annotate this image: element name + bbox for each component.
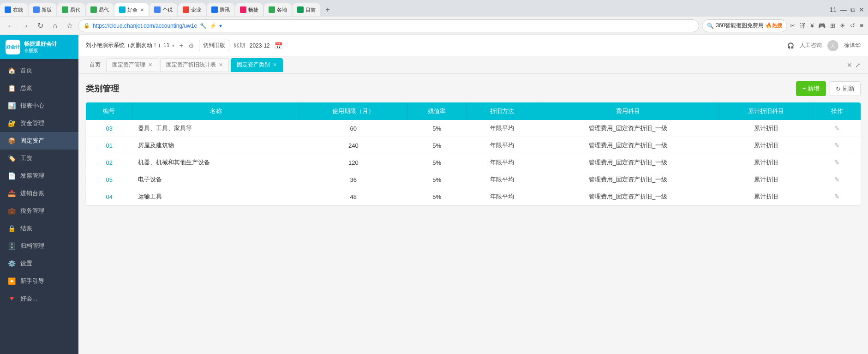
browser-tab-8[interactable]: 腾讯 <box>207 3 234 16</box>
sidebar-item-inventory[interactable]: 📥 进销台账 <box>0 185 78 202</box>
avatar: 人 <box>827 40 838 51</box>
browser-tab-11[interactable]: 目前 <box>293 3 320 16</box>
sidebar-item-reports[interactable]: 📊 报表中心 <box>0 97 78 114</box>
cell-code: 03 <box>86 120 132 137</box>
sidebar-label-ledger: 总账 <box>20 84 32 92</box>
edit-button[interactable]: ✎ <box>834 176 840 183</box>
sidebar-item-tax[interactable]: 💼 税务管理 <box>0 202 78 220</box>
sidebar-label-more: 好会... <box>20 294 37 303</box>
browser-tab-2[interactable]: 新版 <box>29 3 56 16</box>
sidebar-item-guide[interactable]: ▶️ 新手引导 <box>0 272 78 290</box>
cell-accumulated: 累计折旧 <box>718 154 814 171</box>
sidebar-item-invoice[interactable]: 📄 发票管理 <box>0 167 78 185</box>
browser-tab-9[interactable]: 畅捷 <box>235 3 263 16</box>
browser-toolbar: ← → ↻ ⌂ ☆ 🔒 https://cloud.chanjet.com/ac… <box>0 17 868 35</box>
currency-icon[interactable]: ¥ <box>810 22 814 29</box>
plus-icon[interactable]: + <box>179 42 183 50</box>
sidebar-label-archive: 归档管理 <box>20 242 44 250</box>
cell-expense: 管理费用_固定资产折旧_一级 <box>538 137 718 154</box>
sidebar-item-home[interactable]: 🏠 首页 <box>0 62 78 79</box>
tab-fixed-assets-management[interactable]: 固定资产管理 ✕ <box>106 58 158 72</box>
hot-tag: 🔥热搜 <box>766 22 782 29</box>
address-chevron-icon[interactable]: ▾ <box>219 23 222 29</box>
archive-icon: 🗄️ <box>7 242 16 250</box>
browser-tab-4[interactable]: 易代 <box>86 3 114 16</box>
address-bar[interactable]: 🔒 https://cloud.chanjet.com/accounting/u… <box>78 19 699 32</box>
tab-close-asset-category[interactable]: ✕ <box>273 62 277 68</box>
search-bar[interactable]: 🔍 360智能抠图免费用 🔥热搜 <box>702 19 787 32</box>
tab-close-fixed-assets[interactable]: ✕ <box>148 62 152 68</box>
switch-version-button[interactable]: 切到旧版 <box>199 40 229 51</box>
new-tab-button[interactable]: + <box>321 3 334 16</box>
sidebar-item-archive[interactable]: 🗄️ 归档管理 <box>0 237 78 255</box>
address-dropdown-icon[interactable]: 🔧 <box>200 23 207 29</box>
edit-button[interactable]: ✎ <box>834 193 840 200</box>
sidebar-label-tax: 税务管理 <box>20 207 44 215</box>
bookmark-button[interactable]: ☆ <box>64 20 76 32</box>
more-icon: 🔻 <box>7 295 16 302</box>
calendar-icon[interactable]: 📅 <box>275 42 282 49</box>
refresh-button[interactable]: ↻ 刷新 <box>830 81 861 96</box>
address-bolt-icon[interactable]: ⚡ <box>210 23 216 29</box>
add-button[interactable]: + 新增 <box>796 81 826 96</box>
home-button[interactable]: ⌂ <box>49 20 61 32</box>
cell-expense: 管理费用_固定资产折旧_一级 <box>538 171 718 188</box>
browser-tab-6[interactable]: 个税 <box>150 3 177 16</box>
funds-icon: 🔐 <box>7 120 16 127</box>
browser-tab-10[interactable]: 各地 <box>264 3 292 16</box>
tab-depreciation-stats[interactable]: 固定资产折旧统计表 ✕ <box>160 58 229 72</box>
user-dropdown-icon[interactable]: ▾ <box>172 43 174 48</box>
restore-icon[interactable]: ⧉ <box>850 6 855 14</box>
col-method: 折旧方法 <box>467 102 538 120</box>
tab-close-depreciation-stats[interactable]: ✕ <box>219 62 223 68</box>
edit-button[interactable]: ✎ <box>834 159 840 166</box>
cell-code: 05 <box>86 171 132 188</box>
sidebar-item-ledger[interactable]: 📋 总账 <box>0 79 78 97</box>
table-row: 04 运输工具 48 5% 年限平均 管理费用_固定资产折旧_一级 累计折旧 ✎ <box>86 188 861 205</box>
cell-name: 器具、工具、家具等 <box>132 120 299 137</box>
game-icon[interactable]: 🎮 <box>818 22 826 29</box>
cut-icon[interactable]: ✂ <box>790 22 795 29</box>
brightness-icon[interactable]: ☀ <box>840 22 845 29</box>
browser-tab-1[interactable]: 在线 <box>0 3 28 16</box>
back-button[interactable]: ← <box>5 20 17 32</box>
user-name: 刘小艳演示系统（勿删勿动！）11 <box>86 42 169 49</box>
sidebar-item-funds[interactable]: 🔐 资金管理 <box>0 114 78 132</box>
sidebar-item-salary[interactable]: 🏷️ 工资 <box>0 150 78 167</box>
headset-icon[interactable]: 🎧 <box>787 42 794 49</box>
sidebar-label-reports: 报表中心 <box>20 102 44 110</box>
translate-icon[interactable]: 译 <box>800 22 806 30</box>
col-expense: 费用科目 <box>538 102 718 120</box>
table-row: 01 房屋及建筑物 240 5% 年限平均 管理费用_固定资产折旧_一级 累计折… <box>86 137 861 154</box>
close-icon[interactable]: ✕ <box>859 6 864 13</box>
sidebar-item-settings[interactable]: ⚙️ 设置 <box>0 255 78 272</box>
minimize-icon[interactable]: — <box>840 6 847 13</box>
content-area: 类别管理 + 新增 ↻ 刷新 编号 名称 <box>78 74 868 354</box>
tab-asset-category[interactable]: 固定资产类别 ✕ <box>231 58 283 72</box>
browser-tab-3[interactable]: 易代 <box>57 3 85 16</box>
settings-gear-icon[interactable]: ⚙ <box>188 42 194 49</box>
cell-method: 年限平均 <box>467 154 538 171</box>
browser-tab-7[interactable]: 企业 <box>178 3 206 16</box>
tab-home[interactable]: 首页 <box>86 61 104 69</box>
cell-name: 运输工具 <box>132 188 299 205</box>
sidebar-item-more[interactable]: 🔻 好会... <box>0 290 78 307</box>
sidebar-label-guide: 新手引导 <box>20 277 44 285</box>
tab-collapse-icon[interactable]: ✕ <box>847 61 852 69</box>
consult-label[interactable]: 人工咨询 <box>800 42 822 49</box>
forward-button[interactable]: → <box>19 20 31 32</box>
grid-icon[interactable]: ⊞ <box>830 22 835 29</box>
tab-expand-icon[interactable]: ⤢ <box>855 61 861 69</box>
undo-icon[interactable]: ↺ <box>850 22 855 29</box>
app-header: 刘小艳演示系统（勿删勿动！）11 ▾ + ⚙ 切到旧版 账期 2023-12 📅… <box>78 35 868 56</box>
menu-icon[interactable]: ≡ <box>860 22 863 29</box>
cell-period: 36 <box>299 171 407 188</box>
edit-button[interactable]: ✎ <box>834 125 840 132</box>
tab-close-5[interactable]: ✕ <box>140 7 144 12</box>
browser-tab-5[interactable]: 好会 ✕ <box>114 3 149 16</box>
sidebar-label-inventory: 进销台账 <box>20 189 44 198</box>
sidebar-item-checkout[interactable]: 🔒 结账 <box>0 220 78 237</box>
sidebar-item-fixed-assets[interactable]: 📦 固定资产 <box>0 132 78 150</box>
edit-button[interactable]: ✎ <box>834 142 840 149</box>
reload-button[interactable]: ↻ <box>34 20 46 32</box>
